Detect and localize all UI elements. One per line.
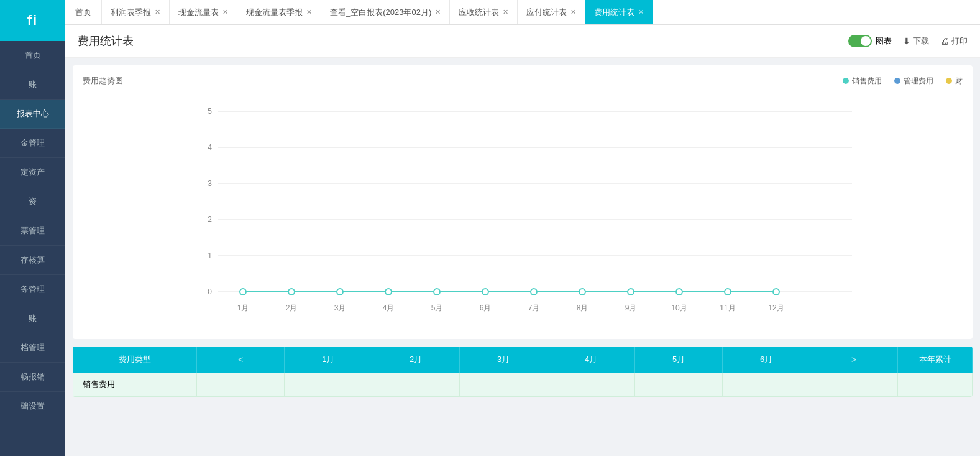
tab-expense-close[interactable]: ✕ xyxy=(638,8,644,16)
td-month-4 xyxy=(547,373,635,396)
sidebar-item-settings[interactable]: 础设置 xyxy=(0,392,65,421)
tab-home[interactable]: 首页 xyxy=(65,0,102,24)
sidebar-item-home[interactable]: 首页 xyxy=(0,41,65,70)
sidebar-item-account[interactable]: 账 xyxy=(0,70,65,100)
svg-text:4: 4 xyxy=(208,143,212,152)
prev-month-icon[interactable]: < xyxy=(238,355,243,365)
sidebar-item-writeoff[interactable]: 畅报销 xyxy=(0,363,65,392)
th-nav-prev[interactable]: < xyxy=(197,347,285,373)
svg-text:0: 0 xyxy=(208,287,212,296)
legend-sales-label: 销售费用 xyxy=(852,76,882,86)
td-month-5 xyxy=(635,373,723,396)
next-month-icon[interactable]: > xyxy=(851,355,856,365)
chart-toggle[interactable] xyxy=(848,35,872,47)
svg-text:1: 1 xyxy=(208,251,212,260)
legend-mgmt-dot xyxy=(894,78,900,84)
svg-point-23 xyxy=(773,289,779,295)
svg-point-13 xyxy=(288,289,295,295)
tab-cashflow-quarter[interactable]: 现金流量表季报 ✕ xyxy=(237,0,321,24)
tab-cashflow-quarter-close[interactable]: ✕ xyxy=(306,8,312,16)
td-nav-spacer xyxy=(197,373,285,396)
print-button[interactable]: 🖨 打印 xyxy=(940,35,968,47)
chart-svg-container: 5 4 3 2 1 0 xyxy=(83,93,963,329)
chart-header: 费用趋势图 销售费用 管理费用 财 xyxy=(83,75,963,86)
td-summary xyxy=(898,373,973,396)
table-header-row: 费用类型 < 1月 2月 3月 4月 5月 6月 > 本年累计 xyxy=(73,347,973,373)
svg-point-19 xyxy=(579,289,585,295)
page-header: 费用统计表 图表 ⬇ 下载 🖨 打印 xyxy=(65,25,980,58)
svg-text:8月: 8月 xyxy=(577,304,588,312)
th-month-3: 3月 xyxy=(460,347,547,373)
sidebar-item-invoice[interactable]: 票管理 xyxy=(0,216,65,246)
svg-text:5月: 5月 xyxy=(431,304,443,312)
td-month-1 xyxy=(285,373,372,396)
tab-blank-report[interactable]: 查看_空白报表(2023年02月) ✕ xyxy=(321,0,450,24)
sidebar-item-inventory[interactable]: 存核算 xyxy=(0,246,65,275)
chart-toggle-label: 图表 xyxy=(876,35,892,47)
tab-payable-stat-close[interactable]: ✕ xyxy=(570,8,576,16)
th-nav-next[interactable]: > xyxy=(810,347,898,373)
download-button[interactable]: ⬇ 下载 xyxy=(903,35,929,47)
td-nav-spacer2 xyxy=(810,373,898,396)
tab-expense[interactable]: 费用统计表 ✕ xyxy=(585,0,653,24)
th-month-1: 1月 xyxy=(285,347,372,373)
tab-cashflow[interactable]: 现金流量表 ✕ xyxy=(170,0,237,24)
svg-point-14 xyxy=(337,289,343,295)
tab-receivable[interactable]: 应收统计表 ✕ xyxy=(450,0,518,24)
chart-legend: 销售费用 管理费用 财 xyxy=(843,76,963,86)
svg-text:1月: 1月 xyxy=(237,304,249,312)
page-title: 费用统计表 xyxy=(78,34,134,49)
print-icon: 🖨 xyxy=(940,36,949,46)
sidebar-item-asset[interactable]: 定资产 xyxy=(0,158,65,187)
td-month-3 xyxy=(460,373,547,396)
sidebar-item-fund[interactable]: 金管理 xyxy=(0,129,65,158)
svg-point-12 xyxy=(240,289,246,295)
tab-profit[interactable]: 利润表季报 ✕ xyxy=(102,0,170,24)
svg-text:4月: 4月 xyxy=(383,304,395,312)
svg-point-21 xyxy=(676,289,682,295)
sidebar-item-report[interactable]: 报表中心 xyxy=(0,100,65,129)
tab-cashflow-close[interactable]: ✕ xyxy=(222,8,228,16)
svg-text:9月: 9月 xyxy=(625,304,637,312)
svg-point-16 xyxy=(434,289,440,295)
svg-point-18 xyxy=(531,289,537,295)
th-type: 费用类型 xyxy=(73,347,197,373)
th-summary: 本年累计 xyxy=(898,347,973,373)
tab-receivable-close[interactable]: ✕ xyxy=(503,8,508,16)
download-icon: ⬇ xyxy=(903,36,910,46)
sidebar-item-service[interactable]: 务管理 xyxy=(0,275,65,304)
svg-point-15 xyxy=(385,289,392,295)
tab-blank-report-close[interactable]: ✕ xyxy=(435,8,441,16)
tab-payable-stat[interactable]: 应付统计表 ✕ xyxy=(518,0,585,24)
legend-finance-dot xyxy=(946,78,952,84)
header-actions: 图表 ⬇ 下载 🖨 打印 xyxy=(848,35,968,47)
chart-toggle-wrap: 图表 xyxy=(848,35,892,47)
tab-profit-close[interactable]: ✕ xyxy=(155,8,160,16)
legend-finance: 财 xyxy=(946,76,963,86)
th-month-2: 2月 xyxy=(372,347,460,373)
chart-svg: 5 4 3 2 1 0 xyxy=(83,93,963,329)
svg-text:6月: 6月 xyxy=(480,304,492,312)
legend-sales-dot xyxy=(843,78,849,84)
sidebar-item-capital[interactable]: 资 xyxy=(0,187,65,216)
th-month-4: 4月 xyxy=(547,347,635,373)
main-area: 首页 利润表季报 ✕ 现金流量表 ✕ 现金流量表季报 ✕ 查看_空白报表(202… xyxy=(65,0,980,456)
svg-text:5: 5 xyxy=(208,107,212,116)
svg-text:7月: 7月 xyxy=(528,304,540,312)
th-month-6: 6月 xyxy=(723,347,810,373)
legend-finance-label: 财 xyxy=(955,76,963,86)
sidebar-item-payable[interactable]: 账 xyxy=(0,304,65,333)
svg-text:10月: 10月 xyxy=(671,304,687,312)
td-month-6 xyxy=(723,373,810,396)
chart-title: 费用趋势图 xyxy=(83,75,123,86)
tab-bar: 首页 利润表季报 ✕ 现金流量表 ✕ 现金流量表季报 ✕ 查看_空白报表(202… xyxy=(65,0,980,25)
sidebar-item-archive[interactable]: 档管理 xyxy=(0,333,65,363)
td-type: 销售费用 xyxy=(73,373,197,396)
legend-mgmt: 管理费用 xyxy=(894,76,933,86)
svg-text:3: 3 xyxy=(208,179,212,188)
chart-section: 费用趋势图 销售费用 管理费用 财 xyxy=(73,65,973,339)
table-section: 费用类型 < 1月 2月 3月 4月 5月 6月 > 本年累计 销售费用 xyxy=(73,347,973,397)
svg-point-22 xyxy=(725,289,731,295)
svg-text:3月: 3月 xyxy=(334,304,346,312)
svg-text:11月: 11月 xyxy=(720,304,735,312)
